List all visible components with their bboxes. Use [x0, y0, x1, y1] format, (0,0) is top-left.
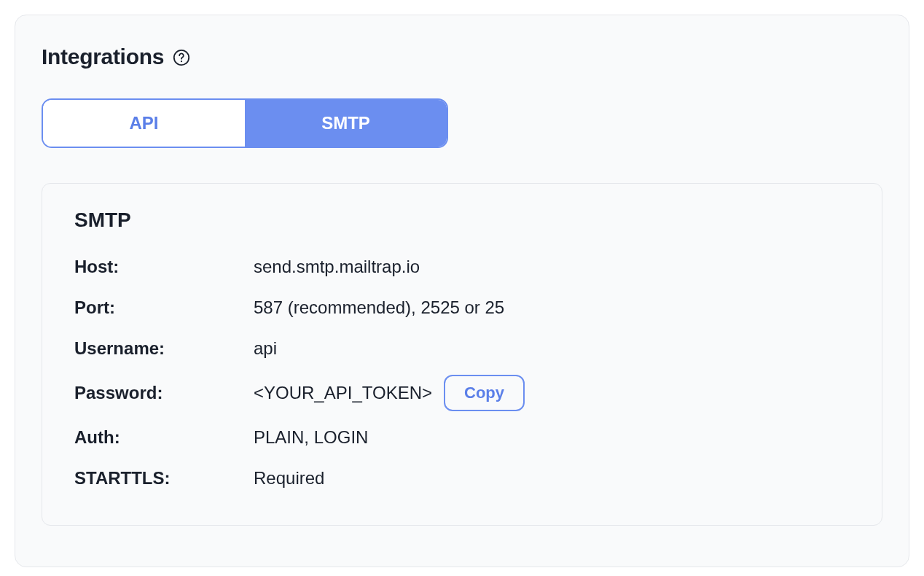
row-auth: Auth: PLAIN, LOGIN [74, 423, 850, 452]
label-password: Password: [74, 383, 254, 403]
integrations-card: Integrations API SMTP SMTP Host: send.sm… [15, 15, 909, 567]
label-auth: Auth: [74, 427, 254, 448]
value-starttls-text: Required [254, 468, 324, 489]
row-starttls: STARTTLS: Required [74, 464, 850, 493]
card-header: Integrations [42, 44, 882, 69]
svg-point-1 [181, 61, 182, 62]
row-password: Password: <YOUR_API_TOKEN> Copy [74, 375, 850, 411]
smtp-panel: SMTP Host: send.smtp.mailtrap.io Port: 5… [42, 183, 882, 526]
page-title: Integrations [42, 44, 164, 69]
row-port: Port: 587 (recommended), 2525 or 25 [74, 293, 850, 322]
row-username: Username: api [74, 334, 850, 363]
value-starttls: Required [254, 468, 324, 489]
help-icon[interactable] [173, 49, 190, 66]
label-username: Username: [74, 338, 254, 359]
value-auth: PLAIN, LOGIN [254, 427, 368, 448]
label-host: Host: [74, 257, 254, 277]
value-host-text: send.smtp.mailtrap.io [254, 257, 420, 277]
value-port: 587 (recommended), 2525 or 25 [254, 297, 504, 318]
value-auth-text: PLAIN, LOGIN [254, 427, 368, 448]
tab-api[interactable]: API [43, 100, 245, 147]
tab-smtp[interactable]: SMTP [245, 100, 447, 147]
row-host: Host: send.smtp.mailtrap.io [74, 252, 850, 281]
value-host: send.smtp.mailtrap.io [254, 257, 420, 277]
tab-group: API SMTP [42, 98, 448, 148]
value-password-text: <YOUR_API_TOKEN> [254, 383, 432, 403]
label-port: Port: [74, 297, 254, 318]
value-port-text: 587 (recommended), 2525 or 25 [254, 297, 504, 318]
label-starttls: STARTTLS: [74, 468, 254, 489]
copy-button[interactable]: Copy [444, 375, 525, 411]
value-username: api [254, 338, 277, 359]
value-username-text: api [254, 338, 277, 359]
panel-title: SMTP [74, 209, 850, 232]
value-password: <YOUR_API_TOKEN> Copy [254, 375, 525, 411]
